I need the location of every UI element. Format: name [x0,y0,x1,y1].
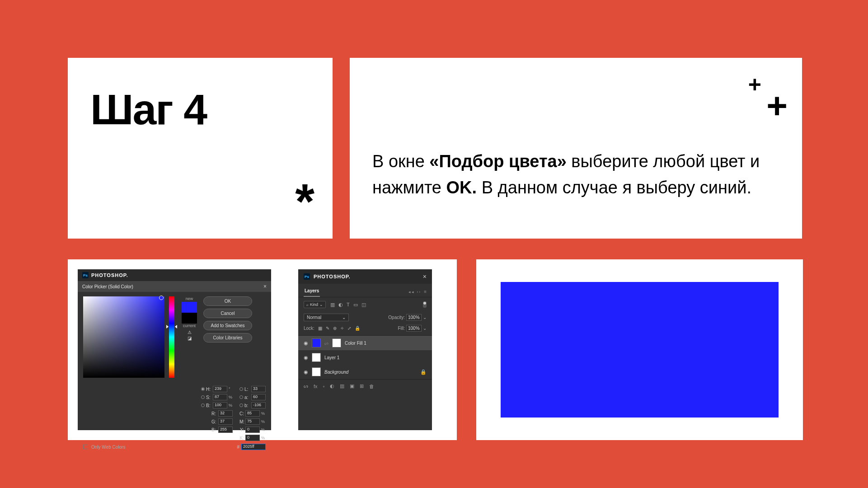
filter-icons: ▥ ◐ T ▭ ◫ [330,302,366,308]
layer-row[interactable]: ◉ Background 🔒 [298,365,432,379]
h-input[interactable]: 239 [213,386,227,392]
s-label: S: [206,395,211,400]
visibility-icon[interactable]: ◉ [304,340,308,346]
search-icon: ⌕ [306,303,309,307]
bv-input[interactable]: 100 [213,402,227,408]
adjustment-icon[interactable]: ◐ [330,383,334,389]
layer-row[interactable]: ◉ Layer 1 [298,350,432,365]
lock-nesting-icon[interactable]: ⤢ [347,326,351,331]
opacity-input[interactable]: 100% [406,314,422,321]
canvas-preview [501,282,779,418]
saturation-brightness-field[interactable] [83,296,164,378]
a-input[interactable]: 60 [251,394,266,400]
group-icon[interactable]: ▥ [340,383,344,389]
fill-label: Fill: [398,326,405,331]
l-label: L: [244,387,250,392]
mask-thumb-icon[interactable] [332,338,341,347]
trash-icon[interactable]: 🗑 [369,384,374,389]
hex-input[interactable]: 2025ff [241,444,266,450]
lock-icon[interactable]: 🔒 [420,369,427,375]
g-input[interactable]: 37 [218,418,233,425]
swatch-column: new current ⚠ ◪ [180,296,199,378]
link-layers-icon[interactable]: ᔕ [304,383,308,389]
frame-icon[interactable]: ▣ [350,383,354,389]
new-layer-icon[interactable]: ⊞ [360,383,364,389]
panel-menu-icon[interactable]: ≡ [424,289,427,294]
filter-adjust-icon[interactable]: ◐ [338,302,343,308]
layer-name[interactable]: Color Fill 1 [345,341,366,346]
panel-collapse-icon[interactable]: ◂◂ ›› [408,290,422,294]
close-icon[interactable]: × [263,283,267,290]
b-input[interactable]: -106 [251,402,266,408]
filter-smart-icon[interactable]: ◫ [361,302,366,308]
layer-thumb-icon[interactable] [312,353,321,362]
c-label: C: [239,411,244,416]
color-libraries-button[interactable]: Color Libraries [203,333,252,343]
r-input[interactable]: 32 [218,410,233,417]
close-icon[interactable]: × [423,273,427,280]
lock-artboard-icon[interactable]: ✧ [340,326,344,331]
hue-slider[interactable] [169,296,174,378]
layer-name[interactable]: Layer 1 [324,355,339,360]
visibility-icon[interactable]: ◉ [304,369,308,375]
tab-layers[interactable]: Layers [304,286,320,297]
layer-thumb-icon[interactable] [312,367,321,376]
add-swatches-button[interactable]: Add to Swatches [203,321,252,330]
bl-input[interactable]: 255 [218,427,233,433]
a-radio[interactable] [239,395,243,399]
plus-big-icon: + [766,85,788,127]
cancel-button[interactable]: Cancel [203,309,252,318]
plus-small-icon: + [748,71,761,98]
color-picker-dialog: Ps PHOTOSHOP. Color Picker (Solid Color)… [78,269,271,430]
ok-button[interactable]: OK [203,296,252,306]
picker-title-bar[interactable]: Color Picker (Solid Color) × [78,281,271,292]
bv-radio[interactable] [201,404,205,407]
instruction-part3: В данном случае я выберу синий. [477,178,751,197]
y-input[interactable]: 0 [245,427,260,433]
chevron-down-icon[interactable]: ⌄ [423,326,427,331]
k-input[interactable]: 0 [245,435,260,441]
layers-list: ◉ ᔕ Color Fill 1 ◉ Layer 1 ◉ Background … [298,336,432,379]
l-radio[interactable] [239,387,243,391]
filter-toggle[interactable] [423,301,427,308]
layer-thumb-icon[interactable] [312,338,321,347]
card-step: Шаг 4 * [68,58,333,239]
filter-shape-icon[interactable]: ▭ [353,302,358,308]
h-radio[interactable] [201,387,205,391]
fx-icon[interactable]: fx [314,384,318,389]
b-radio[interactable] [239,404,243,407]
layer-row[interactable]: ◉ ᔕ Color Fill 1 [298,336,432,350]
kind-filter-select[interactable]: ⌕ Kind ⌄ [304,301,326,308]
current-label: current [183,324,196,328]
lock-all-icon[interactable]: 🔒 [355,326,360,331]
layer-name[interactable]: Background [324,370,348,375]
s-radio[interactable] [201,395,205,399]
l-input[interactable]: 33 [251,386,266,392]
lock-pixels-icon[interactable]: ✎ [326,326,329,331]
websafe-warning-icon[interactable]: ◪ [188,336,192,341]
ps-app-name: PHOTOSHOP. [91,272,128,278]
ps-logo-icon: Ps [304,273,310,280]
only-web-checkbox[interactable] [83,445,88,449]
c-input[interactable]: 85 [245,410,260,417]
gamut-warning-icon[interactable]: ⚠ [188,330,192,335]
link-icon[interactable]: ᔕ [324,341,328,346]
filter-pixel-icon[interactable]: ▥ [330,302,335,308]
filter-type-icon[interactable]: T [347,302,350,308]
lock-transparent-icon[interactable]: ▦ [318,326,322,331]
fill-input[interactable]: 100% [406,325,422,332]
chevron-down-icon[interactable]: ⌄ [423,315,427,320]
blend-mode-select[interactable]: Normal ⌄ [304,314,349,321]
a-label: a: [244,395,250,400]
kind-label: Kind [310,302,318,307]
s-input[interactable]: 87 [213,394,227,400]
card-preview [476,259,803,440]
layers-bottom-toolbar: ᔕ fx ▫ ◐ ▥ ▣ ⊞ 🗑 [298,379,432,393]
swatch-current [182,313,197,324]
visibility-icon[interactable]: ◉ [304,355,308,361]
b-label: b: [244,403,250,408]
m-input[interactable]: 75 [245,418,260,425]
lock-position-icon[interactable]: ⊕ [333,326,337,331]
mask-icon[interactable]: ▫ [323,384,325,389]
ps-logo-icon: Ps [82,272,89,278]
